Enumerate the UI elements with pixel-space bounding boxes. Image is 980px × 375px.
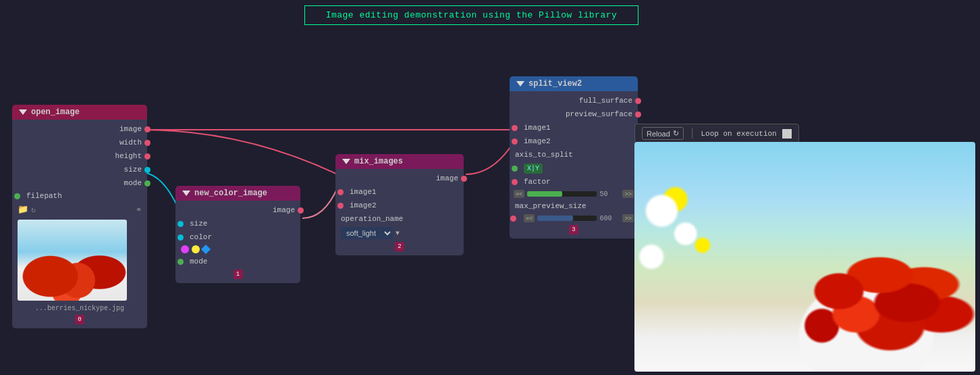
node-split-view2-header[interactable]: split_view2 — [510, 76, 638, 91]
ncl-input-color-row: color — [175, 230, 300, 244]
mix-input-image2-port[interactable] — [337, 203, 344, 209]
sv-input-image2-row: image2 — [510, 134, 638, 148]
output-height-label: height — [115, 152, 142, 160]
swatch-blue[interactable] — [201, 245, 211, 254]
ncl-input-mode-port[interactable] — [178, 259, 184, 265]
ncl-output-image-port[interactable] — [298, 207, 304, 214]
folder-icon[interactable]: 📁 — [18, 204, 28, 215]
mix-input-image1-label: image1 — [350, 188, 377, 196]
factor-slider-fill — [527, 191, 562, 197]
node-new-color-image: new_color_image image size color mode 1 — [175, 186, 300, 283]
sv-input-image1-port[interactable] — [512, 125, 518, 131]
output-width-row: width — [12, 136, 147, 149]
reload-icon: ↻ — [673, 129, 679, 138]
output-width-port[interactable] — [144, 140, 151, 146]
swatch-purple[interactable] — [181, 245, 189, 253]
collapse-icon-3[interactable] — [342, 159, 350, 164]
node-new-color-image-header[interactable]: new_color_image — [175, 186, 300, 201]
filepath-icons-row: 📁 ↻ ⚭ — [12, 202, 147, 217]
sv-input-image1-label: image1 — [524, 124, 551, 132]
mix-input-opname-label: operation_name — [341, 215, 403, 223]
sv-output-full-port[interactable] — [635, 98, 641, 104]
node-new-color-image-label: new_color_image — [194, 189, 267, 198]
xy-button[interactable]: X|Y — [524, 164, 543, 174]
sv-output-full-label: full_surface — [579, 97, 632, 105]
filename-label: ...berries_nickype.jpg — [12, 303, 147, 314]
collapse-icon-2[interactable] — [182, 191, 190, 196]
sv-input-axis-label: axis_to_split — [515, 151, 573, 159]
ncl-input-color-label: color — [190, 233, 212, 241]
mix-input-image2-label: image2 — [350, 201, 377, 209]
mix-input-image1-port[interactable] — [337, 189, 344, 195]
loop-checkbox[interactable] — [782, 129, 792, 139]
ncl-input-size-row: size — [175, 217, 300, 230]
output-image-port[interactable] — [144, 126, 151, 132]
sv-factor-slider-row: «< 50 >> — [510, 189, 638, 199]
sv-input-maxpreview-port[interactable] — [510, 216, 516, 222]
maxpreview-value-label: 600 — [599, 215, 620, 222]
node-new-color-image-body: image size color mode 1 — [175, 201, 300, 283]
ncl-input-mode-row: mode — [175, 255, 300, 268]
node-mix-images-body: image image1 image2 operation_name soft_… — [335, 169, 464, 255]
sv-input-image2-port[interactable] — [512, 139, 518, 145]
output-height-port[interactable] — [144, 153, 151, 159]
sv-output-preview-row: preview_surface — [510, 107, 638, 121]
mix-input-opname-row: operation_name — [335, 212, 464, 226]
output-size-row: size — [12, 163, 147, 176]
reload-label: Reload — [647, 130, 670, 138]
node-badge-3: 3 — [569, 225, 578, 234]
sv-input-image1-row: image1 — [510, 121, 638, 134]
ncl-input-color-port[interactable] — [178, 234, 184, 241]
sv-input-axis-row: axis_to_split — [510, 148, 638, 161]
ncl-input-size-label: size — [190, 220, 207, 228]
mix-output-image-port[interactable] — [461, 176, 467, 182]
divider: | — [689, 128, 696, 140]
maxpreview-decrease-btn[interactable]: «< — [524, 214, 535, 222]
output-mode-port[interactable] — [144, 180, 151, 186]
sv-input-factor-label: factor — [524, 178, 551, 186]
factor-decrease-btn[interactable]: «< — [514, 190, 524, 198]
sv-input-axis-port[interactable] — [512, 166, 518, 172]
loop-label: Loop on execution — [701, 130, 776, 138]
color-swatches — [175, 244, 300, 255]
maxpreview-slider-track[interactable] — [537, 216, 597, 221]
maxpreview-increase-btn[interactable]: >> — [622, 214, 634, 222]
sv-input-maxpreview-row: max_preview_size — [510, 199, 638, 213]
sv-xy-row: X|Y — [510, 161, 638, 175]
input-filepath-port[interactable] — [14, 193, 20, 199]
reload-button[interactable]: Reload ↻ — [642, 127, 684, 140]
node-split-view2-label: split_view2 — [528, 79, 582, 89]
node-open-image-body: image width height size mode filepath — [12, 120, 147, 328]
operation-select[interactable]: soft_light hard_light multiply screen — [341, 227, 393, 239]
link-icon[interactable]: ⚭ — [136, 205, 142, 214]
page-title: Image editing demonstration using the Pi… — [304, 5, 638, 25]
mix-output-image-row: image — [335, 172, 464, 185]
sv-input-factor-port[interactable] — [512, 179, 518, 185]
swatch-yellow[interactable] — [192, 245, 200, 253]
node-open-image: open_image image width height size mode — [12, 105, 147, 328]
node-open-image-header[interactable]: open_image — [12, 105, 147, 120]
output-size-port[interactable] — [144, 167, 151, 173]
refresh-icon[interactable]: ↻ — [31, 205, 36, 214]
factor-slider-track[interactable] — [527, 191, 597, 197]
preview-img-content — [634, 142, 975, 372]
collapse-icon-4[interactable] — [516, 81, 524, 86]
image-thumbnail — [18, 220, 127, 301]
sv-input-factor-row: factor — [510, 175, 638, 189]
node-mix-images-header[interactable]: mix_images — [335, 154, 464, 169]
ncl-input-mode-label: mode — [190, 257, 207, 266]
mix-dropdown-row: soft_light hard_light multiply screen ▼ — [335, 226, 464, 241]
collapse-icon[interactable] — [19, 109, 27, 115]
ncl-input-size-port[interactable] — [178, 221, 184, 227]
sv-input-image2-label: image2 — [524, 137, 551, 145]
node-split-view2-body: full_surface preview_surface image1 imag… — [510, 91, 638, 239]
factor-increase-btn[interactable]: >> — [622, 190, 634, 198]
node-badge-1: 1 — [234, 270, 243, 279]
output-image-label: image — [119, 125, 142, 133]
factor-value-label: 50 — [599, 191, 620, 198]
node-mix-images-label: mix_images — [354, 157, 403, 166]
sv-output-preview-port[interactable] — [635, 111, 641, 118]
sv-maxpreview-slider-row: «< 600 >> — [510, 213, 638, 224]
sv-input-maxpreview-label: max_preview_size — [515, 202, 587, 210]
output-width-label: width — [119, 139, 142, 147]
